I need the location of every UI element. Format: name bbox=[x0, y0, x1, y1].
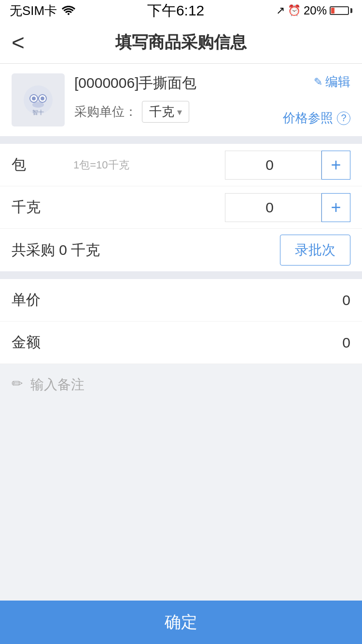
amount-row: 金额 0 bbox=[0, 322, 362, 364]
total-row: 共采购 0 千克 录批次 bbox=[0, 229, 362, 271]
status-time: 下午6:12 bbox=[147, 1, 204, 21]
status-bar: 无SIM卡 下午6:12 ↗ ⏰ 20% bbox=[0, 0, 362, 21]
carrier-label: 无SIM卡 bbox=[10, 2, 57, 19]
alarm-icon: ⏰ bbox=[288, 4, 301, 17]
location-icon: ↗ bbox=[276, 4, 285, 17]
svg-text:智十: 智十 bbox=[32, 109, 44, 116]
status-right: ↗ ⏰ 20% bbox=[276, 4, 352, 17]
bao-number-input[interactable] bbox=[225, 151, 321, 180]
svg-point-5 bbox=[32, 102, 44, 108]
nav-bar: < 填写商品采购信息 bbox=[0, 21, 362, 64]
total-label: 共采购 0 千克 bbox=[12, 240, 100, 260]
unit-price-value: 0 bbox=[342, 292, 350, 308]
content-spacer bbox=[0, 412, 362, 509]
back-button[interactable]: < bbox=[12, 29, 25, 56]
edit-button[interactable]: ✎ 编辑 bbox=[314, 73, 350, 90]
confirm-button[interactable]: 确定 bbox=[0, 601, 362, 644]
info-icon: ? bbox=[337, 112, 350, 125]
input-section: 包 1包=10千克 + 千克 + bbox=[0, 144, 362, 229]
price-ref-button[interactable]: 价格参照 ? bbox=[283, 110, 350, 126]
svg-point-4 bbox=[41, 97, 44, 100]
kg-input-row: 千克 + bbox=[0, 186, 362, 229]
bao-label: 包 bbox=[12, 155, 70, 175]
bao-sub-label: 1包=10千克 bbox=[73, 158, 129, 172]
kg-number-input[interactable] bbox=[225, 193, 321, 222]
pencil-icon: ✏ bbox=[12, 376, 23, 392]
product-name: [0000006]手撕面包 bbox=[74, 73, 350, 93]
svg-point-3 bbox=[32, 97, 36, 100]
battery-pct: 20% bbox=[304, 4, 327, 17]
unit-price-row: 单价 0 bbox=[0, 279, 362, 322]
battery-icon bbox=[330, 6, 352, 15]
bao-plus-button[interactable]: + bbox=[321, 151, 350, 180]
product-image: 智十 bbox=[12, 73, 65, 126]
chevron-down-icon: ▾ bbox=[177, 106, 182, 118]
product-card: 智十 [0000006]手撕面包 采购单位： 千克 ▾ ✎ 编辑 价格参照 ? bbox=[0, 64, 362, 136]
unit-label: 采购单位： bbox=[74, 103, 137, 120]
bao-input-row: 包 1包=10千克 + bbox=[0, 144, 362, 186]
page-title: 填写商品采购信息 bbox=[115, 31, 247, 54]
section-divider-1 bbox=[0, 136, 362, 144]
wifi-icon bbox=[62, 3, 75, 18]
kg-plus-button[interactable]: + bbox=[321, 193, 350, 222]
unit-price-label: 单价 bbox=[12, 290, 41, 310]
batch-button[interactable]: 录批次 bbox=[280, 235, 350, 266]
bao-input-wrap: + bbox=[225, 151, 350, 180]
bottom-spacer bbox=[0, 509, 362, 552]
amount-value: 0 bbox=[342, 335, 350, 351]
unit-select[interactable]: 千克 ▾ bbox=[142, 101, 189, 123]
section-divider-2 bbox=[0, 271, 362, 279]
remark-placeholder: 输入备注 bbox=[30, 376, 84, 394]
price-info-section: 单价 0 金额 0 bbox=[0, 279, 362, 364]
kg-input-wrap: + bbox=[225, 193, 350, 222]
edit-icon: ✎ bbox=[314, 76, 322, 88]
remark-area[interactable]: ✏ 输入备注 bbox=[0, 364, 362, 412]
kg-label: 千克 bbox=[12, 197, 70, 217]
amount-label: 金额 bbox=[12, 333, 41, 352]
status-left: 无SIM卡 bbox=[10, 2, 75, 19]
